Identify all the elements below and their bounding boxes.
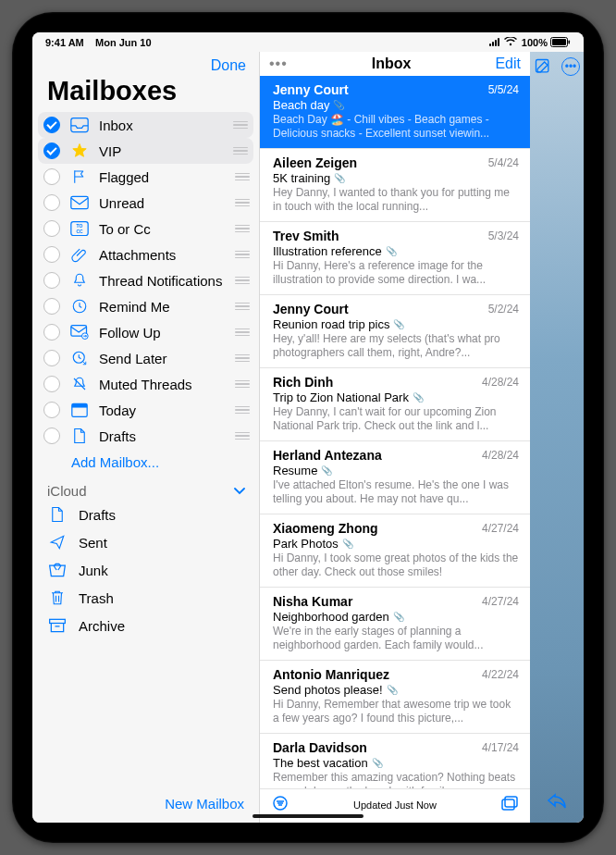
mailbox-item-muted-threads[interactable]: Muted Threads — [32, 371, 259, 397]
more-button[interactable]: ••• — [561, 57, 580, 76]
svg-rect-1 — [552, 39, 566, 45]
reorder-handle-icon[interactable] — [235, 432, 250, 440]
message-subject: The best vacation — [273, 756, 368, 770]
mailbox-item-remind-me[interactable]: Remind Me — [32, 293, 259, 319]
folder-item-junk[interactable]: Junk — [32, 556, 259, 584]
new-mailbox-button[interactable]: New Mailbox — [165, 796, 244, 812]
status-right: 100% — [489, 37, 571, 48]
message-row[interactable]: Nisha Kumar 4/27/24 Neighborhood garden … — [260, 588, 530, 661]
message-date: 5/5/24 — [488, 83, 519, 96]
mailbox-item-tocc[interactable]: TOCC To or Cc — [32, 216, 259, 242]
checkbox-icon[interactable] — [43, 428, 60, 444]
mailbox-label: Send Later — [99, 351, 227, 366]
mailbox-label: To or Cc — [99, 221, 227, 237]
reorder-handle-icon[interactable] — [235, 303, 250, 311]
message-subject: Resume — [273, 464, 317, 477]
mailbox-item-unread[interactable]: Unread — [32, 190, 259, 216]
icloud-label: iCloud — [47, 483, 87, 499]
folder-item-trash[interactable]: Trash — [32, 584, 259, 612]
stack-icon[interactable] — [500, 795, 519, 815]
wifi-icon — [504, 37, 517, 48]
folder-item-archive[interactable]: Archive — [32, 612, 259, 639]
cellular-icon — [489, 38, 499, 46]
reorder-handle-icon[interactable] — [235, 354, 250, 363]
checkbox-icon[interactable] — [43, 246, 60, 263]
message-row[interactable]: Aileen Zeigen 5/4/24 5K training 📎 Hey D… — [260, 149, 530, 222]
message-row[interactable]: Herland Antezana 4/28/24 Resume 📎 I've a… — [260, 441, 530, 514]
reorder-handle-icon[interactable] — [235, 277, 250, 285]
reorder-handle-icon[interactable] — [235, 173, 250, 181]
message-date: 4/28/24 — [482, 449, 519, 462]
reorder-handle-icon[interactable] — [235, 328, 250, 337]
message-preview: Remember this amazing vacation? Nothing … — [273, 771, 519, 788]
reorder-handle-icon[interactable] — [235, 406, 250, 415]
message-row[interactable]: Trev Smith 5/3/24 Illustration reference… — [260, 222, 530, 295]
reorder-handle-icon[interactable] — [233, 121, 248, 130]
message-list-pane: ••• Inbox Edit Jenny Court 5/5/24 Beach … — [260, 52, 530, 823]
mailbox-item-vip[interactable]: VIP — [38, 138, 253, 164]
message-date: 4/27/24 — [482, 522, 519, 535]
done-button[interactable]: Done — [211, 57, 246, 74]
compose-button[interactable] — [534, 57, 552, 80]
mailbox-item-send-later[interactable]: Send Later — [32, 345, 259, 371]
message-row[interactable]: Jenny Court 5/5/24 Beach day 📎 Beach Day… — [260, 76, 530, 149]
reorder-handle-icon[interactable] — [233, 147, 248, 155]
checkbox-icon[interactable] — [43, 376, 60, 392]
checkbox-icon[interactable] — [43, 168, 60, 185]
checkbox-icon[interactable] — [43, 324, 60, 341]
mailbox-item-thread-notifications[interactable]: Thread Notifications — [32, 267, 259, 293]
checkbox-icon[interactable] — [43, 220, 60, 237]
folder-item-sent[interactable]: Sent — [32, 528, 259, 556]
checkbox-icon[interactable] — [43, 117, 60, 133]
svg-rect-14 — [72, 403, 87, 407]
reorder-handle-icon[interactable] — [235, 380, 250, 389]
message-list[interactable]: Jenny Court 5/5/24 Beach day 📎 Beach Day… — [260, 76, 530, 788]
mailbox-item-flagged[interactable]: Flagged — [32, 164, 259, 190]
more-dots-icon[interactable]: ••• — [269, 56, 288, 72]
mailbox-item-today[interactable]: Today — [32, 397, 259, 423]
paperclip-icon: 📎 — [372, 758, 383, 768]
reply-button[interactable] — [546, 791, 568, 813]
message-row[interactable]: Darla Davidson 4/17/24 The best vacation… — [260, 734, 530, 788]
message-row[interactable]: Antonio Manriquez 4/22/24 Send photos pl… — [260, 661, 530, 734]
mailbox-item-follow-up[interactable]: Follow Up — [32, 319, 259, 345]
mailbox-label: Flagged — [99, 169, 227, 185]
inbox-icon — [68, 117, 91, 133]
message-preview: Hi Danny, Here's a reference image for t… — [273, 259, 519, 287]
mailbox-item-attachments[interactable]: Attachments — [32, 242, 259, 267]
message-sender: Darla Davidson — [273, 740, 367, 755]
message-date: 4/17/24 — [482, 741, 519, 754]
svg-rect-18 — [505, 797, 517, 807]
status-left: 9:41 AM Mon Jun 10 — [45, 37, 152, 48]
document-icon — [47, 506, 68, 523]
message-preview: We're in the early stages of planning a … — [273, 625, 519, 652]
message-row[interactable]: Rich Dinh 4/28/24 Trip to Zion National … — [260, 368, 530, 441]
message-row[interactable]: Xiaomeng Zhong 4/27/24 Park Photos 📎 Hi … — [260, 514, 530, 588]
mailbox-item-inbox[interactable]: Inbox — [38, 112, 253, 138]
mailbox-item-drafts[interactable]: Drafts — [32, 423, 259, 449]
envelope-icon — [68, 194, 91, 211]
checkbox-icon[interactable] — [43, 350, 60, 366]
checkbox-icon[interactable] — [43, 194, 60, 211]
checkbox-icon[interactable] — [43, 272, 60, 289]
checkbox-icon[interactable] — [43, 298, 60, 315]
screen: 9:41 AM Mon Jun 10 100% Done — [32, 32, 584, 823]
checkbox-icon[interactable] — [43, 402, 60, 418]
envelope-arrow-icon — [68, 324, 91, 341]
reorder-handle-icon[interactable] — [235, 199, 250, 207]
reorder-handle-icon[interactable] — [235, 251, 250, 259]
home-indicator[interactable] — [253, 814, 363, 818]
folder-item-drafts[interactable]: Drafts — [32, 501, 259, 528]
message-list-header: ••• Inbox Edit — [260, 52, 530, 76]
reorder-handle-icon[interactable] — [235, 225, 250, 233]
message-subject: Park Photos — [273, 537, 339, 551]
add-mailbox-button[interactable]: Add Mailbox... — [32, 449, 259, 479]
icloud-section-header[interactable]: iCloud — [32, 479, 259, 501]
detail-toolbar: ••• — [534, 52, 580, 80]
edit-button[interactable]: Edit — [495, 56, 521, 72]
mailbox-label: Follow Up — [99, 325, 227, 341]
message-row[interactable]: Jenny Court 5/2/24 Reunion road trip pic… — [260, 295, 530, 368]
checkbox-icon[interactable] — [43, 142, 60, 159]
filter-button[interactable] — [271, 796, 290, 814]
message-preview: Beach Day 🏖️ - Chill vibes - Beach games… — [273, 113, 519, 141]
